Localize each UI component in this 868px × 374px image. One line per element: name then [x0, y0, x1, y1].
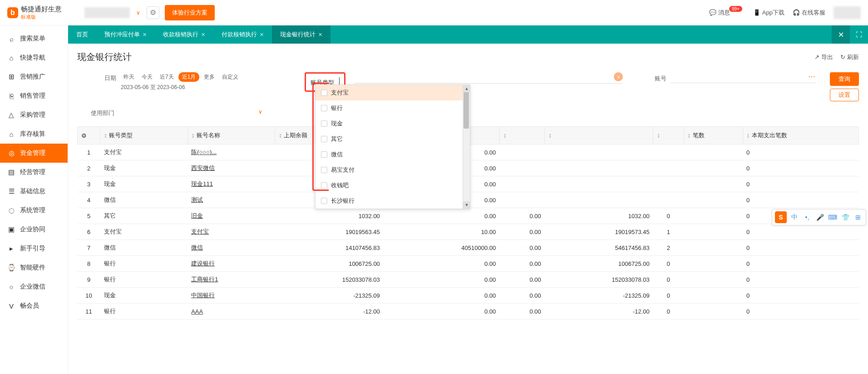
sidebar-item-4[interactable]: △采购管理 — [0, 105, 68, 125]
ime-skin-icon[interactable]: 👕 — [840, 212, 850, 222]
sidebar-item-9[interactable]: ◌系统管理 — [0, 201, 68, 220]
checkbox[interactable] — [321, 90, 327, 96]
tab-0[interactable]: 首页 — [68, 25, 96, 44]
more-dots-icon[interactable]: ⋯ — [808, 72, 816, 81]
cell-name[interactable]: 西安微信 — [187, 160, 275, 176]
scroll-thumb[interactable] — [464, 92, 469, 129]
tab-3[interactable]: 付款核销执行✕ — [213, 25, 272, 44]
checkbox[interactable] — [321, 198, 327, 204]
sort-icon[interactable]: ▲▼ — [548, 133, 552, 139]
table-header[interactable]: ▲▼账号类型 — [100, 127, 188, 145]
app-download-link[interactable]: 📱 App下载 — [753, 9, 784, 17]
tab-1[interactable]: 预付冲应付单✕ — [96, 25, 155, 44]
sort-icon[interactable]: ▲▼ — [503, 133, 507, 139]
date-pill[interactable]: 自定义 — [219, 72, 241, 82]
sogou-icon[interactable]: S — [775, 211, 787, 223]
ime-keyboard-icon[interactable]: ⌨ — [828, 212, 838, 222]
sidebar-item-2[interactable]: ⊞营销推广 — [0, 67, 68, 86]
query-button[interactable]: 查询 — [830, 72, 859, 86]
table-header[interactable]: ⚙ — [78, 127, 100, 145]
sidebar-item-13[interactable]: ○企业微信 — [0, 277, 68, 296]
dept-select[interactable]: ∨ — [119, 107, 264, 117]
refresh-button[interactable]: ↻ 刷新 — [840, 53, 859, 61]
company-selector[interactable]: ∨ ⚙ 体验行业方案 — [84, 5, 215, 20]
sidebar-item-8[interactable]: ☰基础信息 — [0, 182, 68, 201]
table-header[interactable]: ▲▼ — [653, 127, 684, 145]
sidebar-item-11[interactable]: ▸新手引导 — [0, 239, 68, 258]
date-pill[interactable]: 近1月 — [178, 72, 200, 82]
sidebar-item-6[interactable]: ◎资金管理 — [0, 144, 68, 163]
sort-icon[interactable]: ▲▼ — [279, 133, 282, 139]
tab-2[interactable]: 收款核销执行✕ — [155, 25, 213, 44]
cell-name[interactable]: 旧金 — [187, 208, 275, 224]
cell-name[interactable]: 支付宝 — [187, 224, 275, 240]
sidebar-item-12[interactable]: ⌚智能硬件 — [0, 258, 68, 277]
checkbox[interactable] — [321, 136, 327, 142]
table-header[interactable]: ▲▼账号名称 — [187, 127, 275, 145]
table-row[interactable]: 10 现金 中国银行 -21325.09 0.00 0.00 -21325.09… — [78, 288, 859, 304]
table-row[interactable]: 6 支付宝 支付宝 19019563.45 10.00 0.00 1901957… — [78, 224, 859, 240]
dropdown-option[interactable]: 长沙银行 — [316, 193, 470, 209]
fullscreen-button[interactable]: ⛶ — [850, 25, 868, 44]
sidebar-item-3[interactable]: ⎘销售管理 — [0, 86, 68, 105]
dropdown-option[interactable]: 支付宝 — [316, 85, 470, 100]
account-input[interactable]: ⋯ — [671, 72, 816, 83]
sort-icon[interactable]: ▲▼ — [657, 133, 660, 139]
scroll-up-arrow[interactable]: ▲ — [463, 85, 470, 92]
table-row[interactable]: 9 银行 工商银行1 152033078.03 0.00 0.00 152033… — [78, 272, 859, 288]
account-type-input[interactable]: ∧ — [355, 72, 623, 84]
ime-toolbox-icon[interactable]: ⊞ — [853, 212, 863, 222]
sidebar-item-14[interactable]: V畅会员 — [0, 296, 68, 315]
sidebar-item-7[interactable]: ▤经营管理 — [0, 163, 68, 182]
tab-close-icon[interactable]: ✕ — [201, 32, 205, 38]
tab-close-icon[interactable]: ✕ — [143, 32, 147, 38]
gear-icon[interactable]: ⚙ — [81, 132, 87, 139]
table-row[interactable]: 8 银行 建设银行 1006725.00 0.00 0.00 1006725.0… — [78, 256, 859, 272]
user-avatar-blur[interactable] — [833, 6, 861, 19]
checkbox[interactable] — [321, 182, 327, 189]
tab-close-icon[interactable]: ✕ — [318, 32, 322, 38]
checkbox[interactable] — [321, 167, 327, 173]
sort-icon[interactable]: ▲▼ — [192, 133, 195, 139]
cell-name[interactable]: 陈(○○○)... — [187, 145, 275, 160]
settings-gear-button[interactable]: ⚙ — [147, 6, 159, 19]
checkbox[interactable] — [321, 120, 327, 127]
online-service-link[interactable]: 🎧 在线客服 — [793, 9, 825, 17]
dropdown-option[interactable]: 其它 — [316, 131, 470, 147]
trial-button[interactable]: 体验行业方案 — [165, 5, 215, 20]
date-pill[interactable]: 近7天 — [157, 72, 177, 82]
sidebar-item-5[interactable]: ⌂库存核算 — [0, 125, 68, 144]
date-pill[interactable]: 昨天 — [121, 72, 137, 82]
table-header[interactable]: ▲▼ — [545, 127, 653, 145]
sidebar-item-1[interactable]: ⌂快捷导航 — [0, 48, 68, 67]
table-row[interactable]: 11 银行 AAA -12.00 0.00 0.00 -12.00 0 0 — [78, 304, 859, 319]
dropdown-option[interactable]: 银行 — [316, 100, 470, 116]
dropdown-option[interactable]: 收钱吧 — [316, 178, 470, 193]
sort-icon[interactable]: ▲▼ — [104, 133, 107, 139]
collapse-up-icon[interactable]: ∧ — [614, 72, 623, 81]
sort-icon[interactable]: ▲▼ — [747, 133, 750, 139]
ime-lang[interactable]: 中 — [789, 212, 799, 222]
ime-punct-icon[interactable]: •, — [802, 212, 812, 222]
cell-name[interactable]: 中国银行 — [187, 288, 275, 304]
settings-button[interactable]: 设置 — [830, 89, 859, 101]
date-pill[interactable]: 今天 — [139, 72, 155, 82]
export-button[interactable]: ↗ 导出 — [814, 53, 833, 61]
cell-name[interactable]: 测试 — [187, 192, 275, 208]
tab-4[interactable]: 现金银行统计✕ — [272, 25, 330, 44]
cell-name[interactable]: AAA — [187, 304, 275, 319]
cell-name[interactable]: 现金111 — [187, 176, 275, 192]
checkbox[interactable] — [321, 151, 327, 158]
cell-name[interactable]: 微信 — [187, 240, 275, 256]
cell-name[interactable]: 工商银行1 — [187, 272, 275, 288]
dropdown-option[interactable]: 易宝支付 — [316, 162, 470, 178]
dropdown-scrollbar[interactable]: ▲ ▼ — [463, 85, 470, 209]
sidebar-item-0[interactable]: ⌕搜索菜单 — [0, 29, 68, 48]
table-header[interactable]: ▲▼本期支出笔数 — [743, 127, 858, 145]
close-all-tabs-button[interactable]: ✕ — [832, 25, 850, 44]
messages-link[interactable]: 💬 消息 99+ — [709, 9, 745, 17]
table-row[interactable]: 7 微信 微信 14107456.83 40510000.00 0.00 546… — [78, 240, 859, 256]
scroll-down-arrow[interactable]: ▼ — [463, 201, 470, 209]
dropdown-option[interactable]: 微信 — [316, 147, 470, 162]
cell-name[interactable]: 建设银行 — [187, 256, 275, 272]
